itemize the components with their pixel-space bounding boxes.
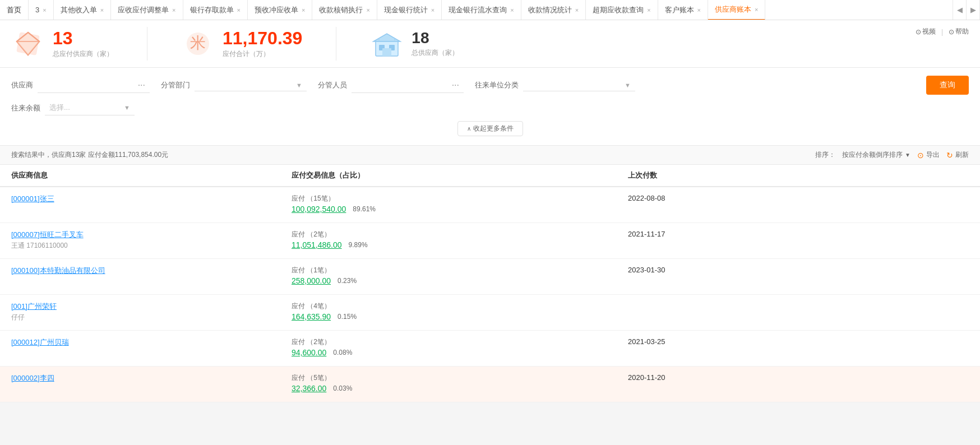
balance-filter-input-wrapper[interactable]: 选择... ▼ [45, 100, 135, 115]
dept-filter-input-wrapper[interactable]: ▼ [195, 80, 307, 91]
sort-select[interactable]: 按应付余额倒序排序 ▼ [842, 150, 910, 160]
nav-tab-receipt-stat-close[interactable]: × [575, 7, 579, 13]
payable-pct: 9.89% [349, 241, 368, 249]
stat-total-suppliers-number: 18 [412, 30, 459, 46]
nav-tab-supplier-book-close[interactable]: × [755, 6, 758, 13]
collapse-button[interactable]: ∧ 收起更多条件 [457, 121, 523, 136]
payable-amount[interactable]: 32,366.00 [292, 384, 326, 393]
supplier-link[interactable]: [000012]广州贝瑞 [11, 337, 292, 347]
svg-rect-11 [382, 48, 391, 56]
nav-tab-cash-bank-flow-label: 现金银行流水查询 [449, 5, 507, 15]
nav-tab-pre-receive-close[interactable]: × [302, 7, 305, 13]
filter-row-2: 往来余额 选择... ▼ [11, 100, 969, 115]
nav-tab-home-label: 首页 [7, 5, 21, 15]
search-button[interactable]: 查询 [926, 76, 969, 95]
stat-total-payable-amount: 米 11,170.39 应付合计（万） [181, 27, 302, 61]
table-header: 供应商信息 应付交易信息（占比） 上次付数 [0, 165, 980, 187]
stat-total-payable-suppliers-label: 总应付供应商（家） [53, 49, 113, 59]
stat-total-suppliers-text: 18 总供应商（家） [412, 30, 459, 58]
nav-tab-cash-bank-flow[interactable]: 现金银行流水查询 × [442, 0, 521, 20]
nav-tab-customer-book[interactable]: 客户账本 × [658, 0, 708, 20]
payable-amount[interactable]: 11,051,486.00 [292, 240, 342, 249]
nav-tab-3[interactable]: 3 × [29, 0, 54, 20]
nav-tab-bank-deposit-label: 银行存取款单 [190, 5, 234, 15]
last-pay-date: 2020-11-20 [628, 373, 665, 382]
nav-tab-receipt-verify-close[interactable]: × [366, 7, 369, 13]
filter-supplier: 供应商 ··· [11, 78, 150, 93]
nav-tab-supplier-book-label: 供应商账本 [715, 4, 751, 15]
person-filter-dots[interactable]: ··· [452, 80, 459, 90]
col-header-payable: 应付交易信息（占比） [292, 170, 628, 180]
nav-tab-overdue-ar-close[interactable]: × [647, 7, 650, 13]
supplier-link[interactable]: [000100]本特勤油品有限公司 [11, 266, 292, 276]
nav-tab-ar-ap-adjust[interactable]: 应收应付调整单 × [111, 0, 183, 20]
payable-row: 164,635.90 0.15% [292, 312, 628, 321]
nav-tab-customer-book-close[interactable]: × [697, 7, 701, 13]
last-pay-cell: 2020-11-20 [628, 373, 969, 382]
nav-tab-home[interactable]: 首页 [0, 0, 29, 20]
filter-dept: 分管部门 ▼ [161, 80, 307, 91]
nav-tab-pre-receive[interactable]: 预收冲应收单 × [248, 0, 312, 20]
nav-tab-receipt-stat-label: 收款情况统计 [528, 5, 572, 15]
payable-amount[interactable]: 164,635.90 [292, 312, 331, 321]
nav-tab-ar-ap-adjust-close[interactable]: × [172, 7, 175, 13]
nav-tab-bank-deposit-close[interactable]: × [237, 7, 241, 13]
payable-label: 应付 （2笔） [292, 337, 628, 347]
store-icon [370, 27, 404, 61]
table-row: [001]广州荣轩 仔仔 应付 （4笔） 164,635.90 0.15% [0, 295, 980, 331]
nav-tab-bank-deposit[interactable]: 银行存取款单 × [183, 0, 248, 20]
supplier-filter-input-wrapper[interactable]: ··· [38, 78, 150, 93]
filter-row-1: 供应商 ··· 分管部门 ▼ 分管人员 ··· 往来单位分类 [11, 76, 969, 95]
category-filter-label: 往来单位分类 [475, 80, 519, 90]
nav-arrow-left[interactable]: ◀ [953, 0, 967, 20]
nav-tab-other-income-close[interactable]: × [100, 7, 104, 13]
export-button[interactable]: ⊙ 导出 [917, 150, 940, 160]
payable-pct: 0.15% [338, 313, 357, 321]
nav-tab-cash-bank-flow-close[interactable]: × [510, 7, 514, 13]
payable-pct: 89.61% [353, 205, 376, 213]
nav-tab-receipt-stat[interactable]: 收款情况统计 × [521, 0, 586, 20]
svg-marker-12 [373, 34, 400, 41]
last-pay-date: 2021-11-17 [628, 230, 665, 238]
payable-info-cell: 应付 （15笔） 100,092,540.00 89.61% [292, 194, 628, 214]
nav-tab-3-close[interactable]: × [43, 7, 46, 13]
nav-arrow-right[interactable]: ▶ [967, 0, 980, 20]
payable-pct: 0.08% [333, 349, 352, 356]
help-link[interactable]: ⊙ 帮助 [949, 27, 969, 36]
nav-tab-cash-bank-stat-close[interactable]: × [431, 7, 434, 13]
video-link[interactable]: ⊙ 视频 [916, 27, 936, 36]
balance-filter-label: 往来余额 [11, 103, 40, 113]
payable-amount[interactable]: 100,092,540.00 [292, 205, 346, 214]
supplier-link[interactable]: [000001]张三 [11, 194, 292, 204]
nav-tab-overdue-ar[interactable]: 超期应收款查询 × [586, 0, 658, 20]
supplier-link[interactable]: [001]广州荣轩 [11, 302, 292, 312]
payable-row: 94,600.00 0.08% [292, 348, 628, 357]
person-filter-input-wrapper[interactable]: ··· [352, 78, 464, 93]
col-header-supplier: 供应商信息 [11, 170, 292, 180]
stat-total-payable-amount-number: 11,170.39 [223, 29, 302, 47]
dept-filter-label: 分管部门 [161, 80, 190, 90]
nav-tab-other-income[interactable]: 其他收入单 × [54, 0, 111, 20]
refresh-button[interactable]: ↻ 刷新 [946, 150, 969, 160]
nav-tab-overdue-ar-label: 超期应收款查询 [593, 5, 644, 15]
supplier-sub: 王通 17106110000 [11, 241, 292, 251]
nav-tab-cash-bank-stat[interactable]: 现金银行统计 × [377, 0, 442, 20]
filter-balance: 往来余额 选择... ▼ [11, 100, 135, 115]
supplier-filter-dots[interactable]: ··· [138, 80, 145, 90]
category-filter-input-wrapper[interactable]: ▼ [523, 80, 635, 91]
nav-tab-supplier-book[interactable]: 供应商账本 × [708, 0, 765, 20]
last-pay-cell: 2021-11-17 [628, 230, 969, 238]
nav-tab-3-label: 3 [35, 6, 39, 14]
supplier-info-cell: [000007]恒旺二手叉车 王通 17106110000 [11, 230, 292, 251]
payable-label: 应付 （5笔） [292, 373, 628, 383]
nav-tab-receipt-verify[interactable]: 收款核销执行 × [312, 0, 377, 20]
supplier-link[interactable]: [000002]李四 [11, 373, 292, 383]
supplier-link[interactable]: [000007]恒旺二手叉车 [11, 230, 292, 240]
payable-amount[interactable]: 258,000.00 [292, 276, 331, 285]
table-rows-container: [000001]张三 应付 （15笔） 100,092,540.00 89.61… [0, 187, 980, 402]
payable-amount[interactable]: 94,600.00 [292, 348, 326, 357]
payable-info-cell: 应付 （1笔） 258,000.00 0.23% [292, 266, 628, 285]
person-filter-label: 分管人员 [318, 80, 347, 90]
last-pay-cell: 2022-08-08 [628, 194, 969, 202]
diamond-icon [11, 27, 45, 61]
